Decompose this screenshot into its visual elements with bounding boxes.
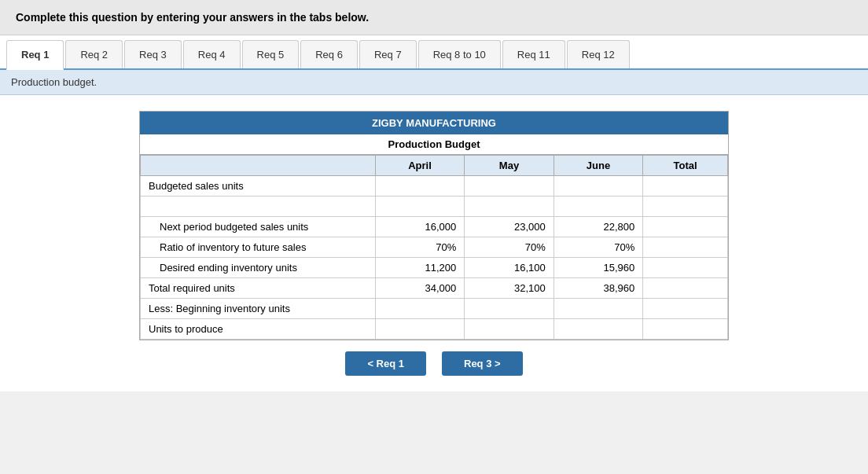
cell-0-april[interactable]: [375, 176, 464, 197]
row-label-6: Less: Beginning inventory units: [141, 299, 376, 319]
tab-req5[interactable]: Req 5: [242, 40, 300, 68]
cell-6-june[interactable]: [554, 299, 642, 319]
tab-req4[interactable]: Req 4: [183, 40, 241, 68]
row-label-0: Budgeted sales units: [141, 176, 376, 197]
top-banner: Complete this question by entering your …: [0, 0, 868, 35]
table-row: Units to produce: [141, 319, 728, 340]
cell-5-total: [643, 278, 728, 299]
table-title: Production Budget: [140, 134, 728, 155]
cell-0-june[interactable]: [554, 176, 642, 197]
table-company: ZIGBY MANUFACTURING: [140, 112, 728, 134]
input-0-may[interactable]: [465, 176, 553, 196]
cell-6-may[interactable]: [465, 299, 554, 319]
input-6-total[interactable]: [643, 299, 727, 318]
cell-6-april[interactable]: [375, 299, 464, 319]
cell-3-may: 70%: [465, 237, 554, 258]
tab-req6[interactable]: Req 6: [300, 40, 358, 68]
tab-req1[interactable]: Req 1: [6, 40, 64, 70]
input-6-june[interactable]: [554, 299, 642, 318]
table-row: Less: Beginning inventory units: [141, 299, 728, 319]
tab-req3[interactable]: Req 3: [124, 40, 182, 68]
input-0-april[interactable]: [376, 176, 464, 196]
row-label-2: Next period budgeted sales units: [141, 217, 376, 237]
tab-req2[interactable]: Req 2: [65, 40, 123, 68]
row-label-1: [141, 197, 376, 217]
cell-0-may[interactable]: [465, 176, 554, 197]
tabs-bar: Req 1Req 2Req 3Req 4Req 5Req 6Req 7Req 8…: [0, 35, 868, 70]
nav-buttons: < Req 1 Req 3 >: [16, 351, 852, 376]
cell-5-june: 38,960: [554, 278, 642, 299]
input-1-total[interactable]: [643, 197, 727, 216]
cell-1-april[interactable]: [375, 197, 464, 217]
cell-0-total[interactable]: [643, 176, 728, 197]
cell-4-april: 11,200: [375, 258, 464, 278]
cell-7-april[interactable]: [375, 319, 464, 340]
col-header-label: [141, 156, 376, 176]
input-6-may[interactable]: [465, 299, 553, 318]
input-7-may[interactable]: [465, 319, 553, 339]
section-header: Production budget.: [0, 70, 868, 95]
cell-7-total[interactable]: [643, 319, 728, 340]
content-area: ZIGBY MANUFACTURING Production Budget Ap…: [0, 95, 868, 391]
col-header-may: May: [465, 156, 554, 176]
cell-5-may: 32,100: [465, 278, 554, 299]
input-1-april[interactable]: [376, 197, 464, 216]
input-7-june[interactable]: [554, 319, 642, 339]
col-header-april: April: [375, 156, 464, 176]
cell-4-total: [643, 258, 728, 278]
tab-req12[interactable]: Req 12: [567, 40, 630, 68]
cell-1-may[interactable]: [465, 197, 554, 217]
prev-button[interactable]: < Req 1: [345, 351, 426, 376]
table-row: Next period budgeted sales units16,00023…: [141, 217, 728, 237]
table-row: Ratio of inventory to future sales70%70%…: [141, 237, 728, 258]
tab-req11[interactable]: Req 11: [502, 40, 565, 68]
next-button[interactable]: Req 3 >: [442, 351, 523, 376]
cell-4-may: 16,100: [465, 258, 554, 278]
cell-2-april: 16,000: [375, 217, 464, 237]
cell-7-may[interactable]: [465, 319, 554, 340]
production-budget-table: AprilMayJuneTotal Budgeted sales unitsNe…: [140, 155, 728, 340]
row-label-5: Total required units: [141, 278, 376, 299]
cell-6-total[interactable]: [643, 299, 728, 319]
row-label-4: Desired ending inventory units: [141, 258, 376, 278]
input-1-may[interactable]: [465, 197, 553, 216]
row-label-7: Units to produce: [141, 319, 376, 340]
table-row: Total required units34,00032,10038,960: [141, 278, 728, 299]
cell-1-june[interactable]: [554, 197, 642, 217]
budget-table-container: ZIGBY MANUFACTURING Production Budget Ap…: [139, 111, 729, 340]
col-header-total: Total: [643, 156, 728, 176]
cell-3-april: 70%: [375, 237, 464, 258]
input-0-june[interactable]: [554, 176, 642, 196]
cell-3-total: [643, 237, 728, 258]
col-header-june: June: [554, 156, 642, 176]
cell-2-may: 23,000: [465, 217, 554, 237]
cell-1-total[interactable]: [643, 197, 728, 217]
tab-req7[interactable]: Req 7: [359, 40, 417, 68]
input-0-total[interactable]: [643, 176, 727, 196]
input-1-june[interactable]: [554, 197, 642, 216]
table-row: [141, 197, 728, 217]
cell-7-june[interactable]: [554, 319, 642, 340]
cell-4-june: 15,960: [554, 258, 642, 278]
input-7-april[interactable]: [376, 319, 464, 339]
cell-2-june: 22,800: [554, 217, 642, 237]
cell-5-april: 34,000: [375, 278, 464, 299]
row-label-3: Ratio of inventory to future sales: [141, 237, 376, 258]
tab-req8to10[interactable]: Req 8 to 10: [418, 40, 501, 68]
input-7-total[interactable]: [643, 319, 727, 339]
cell-3-june: 70%: [554, 237, 642, 258]
table-row: Desired ending inventory units11,20016,1…: [141, 258, 728, 278]
table-row: Budgeted sales units: [141, 176, 728, 197]
input-6-april[interactable]: [376, 299, 464, 318]
cell-2-total: [643, 217, 728, 237]
